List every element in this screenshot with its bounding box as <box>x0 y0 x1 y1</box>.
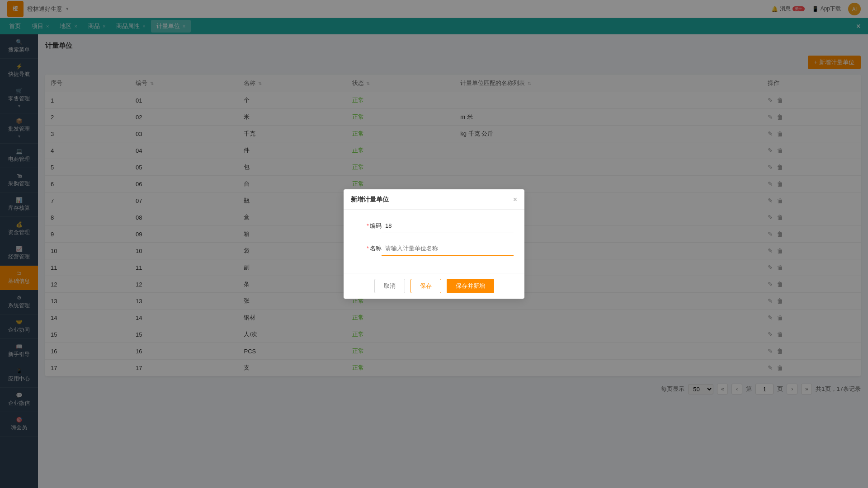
modal-overlay: 新增计量单位 × *编码 *名称 取消 保存 保存并新增 <box>0 0 868 488</box>
name-label: *名称 <box>354 244 382 253</box>
modal-title: 新增计量单位 <box>351 196 389 204</box>
name-form-row: *名称 <box>354 241 514 256</box>
code-form-row: *编码 <box>354 219 514 233</box>
save-button[interactable]: 保存 <box>410 279 441 293</box>
name-required-mark: * <box>367 245 369 252</box>
modal-close-btn[interactable]: × <box>513 196 517 203</box>
add-measure-unit-modal: 新增计量单位 × *编码 *名称 取消 保存 保存并新增 <box>344 189 524 299</box>
modal-header: 新增计量单位 × <box>344 189 524 210</box>
code-label: *编码 <box>354 222 382 230</box>
modal-footer: 取消 保存 保存并新增 <box>344 273 524 299</box>
modal-body: *编码 *名称 <box>344 210 524 273</box>
code-input[interactable] <box>382 219 514 233</box>
name-input[interactable] <box>382 241 514 256</box>
code-required-mark: * <box>367 222 369 229</box>
cancel-button[interactable]: 取消 <box>374 279 405 293</box>
save-and-add-button[interactable]: 保存并新增 <box>447 279 494 293</box>
